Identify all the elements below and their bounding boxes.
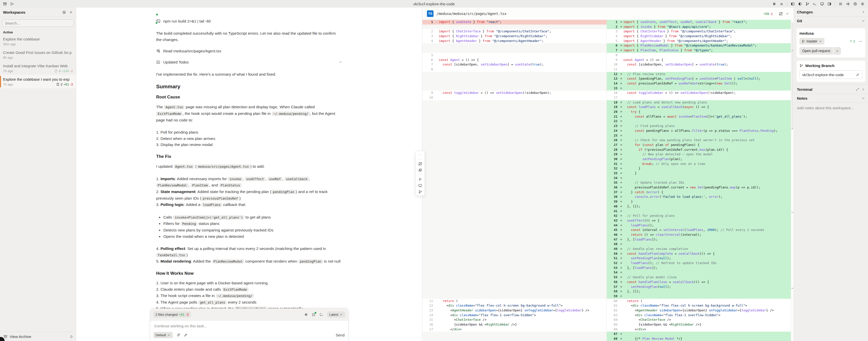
mode-dropdown[interactable]: Default xyxy=(153,332,173,338)
more-options-icon[interactable] xyxy=(859,39,862,43)
list-item: 1. Poll for pending plans xyxy=(156,129,342,135)
send-button[interactable]: Send xyxy=(336,333,344,337)
list-item: 2. State management: Added state for tra… xyxy=(156,189,342,202)
menu-icon[interactable] xyxy=(839,2,842,6)
notes-label: Notes xyxy=(797,96,808,100)
expand-icon[interactable] xyxy=(856,88,859,91)
panel-right-icon[interactable] xyxy=(828,2,831,6)
list-item: 2. Claude enters plan mode and calls Exi… xyxy=(156,286,342,293)
floating-toolbar xyxy=(415,151,425,196)
workspace-item[interactable]: Explore the codebase35m ago xyxy=(0,35,76,48)
message-input[interactable]: Continue working on this task... xyxy=(150,320,348,328)
terminal-icon[interactable] xyxy=(813,2,817,6)
commits-ahead: 1 xyxy=(849,39,855,43)
section-terminal[interactable]: Terminal xyxy=(794,85,868,94)
workspace-item[interactable]: Install and integrate Vibe Kanban Web7h … xyxy=(0,61,76,75)
pause-icon[interactable] xyxy=(772,2,776,6)
composer: 2 files changed +61 -3 Latest Continue w… xyxy=(150,308,348,341)
settings-icon[interactable] xyxy=(861,2,864,6)
diff-line: 50+ const handlePlanComplete = useCallba… xyxy=(607,251,791,256)
workspace-title: Explore the codebase I want you to exp xyxy=(3,77,73,82)
working-branch-input[interactable]: vk/3ccf-explore-the-code xyxy=(799,70,862,79)
diff-line: 15+ xyxy=(607,86,791,91)
drag-handle-icon[interactable] xyxy=(418,153,422,157)
diff-file-header: TS /medusa/medusa/src/pages/Agent.tsx +5… xyxy=(422,8,794,20)
diff-gap-row xyxy=(422,336,607,341)
workspace-item[interactable]: Explore the codebase I want you to exp7h… xyxy=(0,75,76,88)
list-item: 2. Detect when a new plan arrives xyxy=(156,135,342,142)
collapse-file-icon[interactable] xyxy=(786,12,789,16)
chevron-down-icon[interactable] xyxy=(339,60,342,64)
diff-gap-row xyxy=(422,237,607,242)
diff-gap-row xyxy=(422,185,607,190)
status-dot xyxy=(156,14,158,16)
panel-left-icon[interactable] xyxy=(791,2,795,6)
diff-line: 15 <ChatInterface /> xyxy=(422,317,607,322)
inline-code: pendingPlan xyxy=(271,190,296,194)
diff-scrollbar[interactable] xyxy=(791,20,794,341)
diff-gap-row xyxy=(422,199,607,204)
inline-code: useEffect xyxy=(245,177,265,181)
help-icon[interactable] xyxy=(853,2,857,6)
monitor-icon[interactable] xyxy=(418,184,422,187)
files-changed-chip[interactable]: 2 files changed +61 -3 xyxy=(153,311,191,318)
diff-gap-row xyxy=(422,285,607,289)
diff-line: 5 xyxy=(422,53,607,58)
burst-icon[interactable] xyxy=(304,313,308,316)
terminal-label: Terminal xyxy=(797,87,812,92)
workspace-item[interactable]: Create Good First Issues on Github So p6… xyxy=(0,48,76,61)
diff-gap-row xyxy=(422,247,607,251)
monitor-icon[interactable] xyxy=(820,2,824,6)
inline-code: Pending xyxy=(181,222,197,226)
chevron-down-icon xyxy=(862,19,865,23)
chat-scroll-area[interactable]: npm run build 2>&1 | tail -80The build c… xyxy=(76,8,422,309)
repo-card: medusa master 1 Open pull request xyxy=(796,28,866,58)
terminal-command[interactable]: npm run build 2>&1 | tail -80 xyxy=(156,19,342,23)
diff-gap-row xyxy=(422,218,607,223)
attach-icon[interactable] xyxy=(176,333,180,337)
diff-icon[interactable] xyxy=(418,162,422,166)
play-icon[interactable] xyxy=(418,177,422,181)
assistant-paragraph: I've implemented the fix. Here's a summa… xyxy=(156,71,342,78)
diff-gap-row xyxy=(422,114,607,119)
file-icon xyxy=(56,83,59,86)
diff-line: 4import { AgentHeader } from "@/componen… xyxy=(422,39,607,43)
diff-line: 10 xyxy=(422,95,607,100)
diff-line: 14+ const previousPlanIdsRef = useRef<Se… xyxy=(607,81,791,86)
annotate-icon[interactable] xyxy=(184,333,188,337)
updated-todos[interactable]: Updated Todos xyxy=(156,60,342,64)
collapse-all-icon[interactable] xyxy=(780,2,783,6)
theme-icon[interactable] xyxy=(798,2,802,6)
diff-gap-row xyxy=(422,76,607,81)
diff-line: 57+ setPendingPlan(null); xyxy=(607,285,791,289)
copy-icon[interactable] xyxy=(418,168,422,172)
latest-dropdown[interactable]: Latest xyxy=(327,311,345,318)
inline-code: pendingPlan xyxy=(298,259,323,264)
search-input[interactable] xyxy=(2,20,74,27)
section-changes[interactable]: Changes xyxy=(794,8,868,17)
git-branch-icon[interactable] xyxy=(805,2,809,6)
new-workspace-icon[interactable] xyxy=(69,10,73,14)
diff-line: 58+ }, []); xyxy=(607,289,791,294)
section-notes[interactable]: Notes xyxy=(794,94,868,103)
tool-label: Read medusa/src/pages/Agent.tsx xyxy=(163,49,221,53)
workspace-stats: 4 +134 -2 xyxy=(54,69,73,73)
todos-status-icon[interactable] xyxy=(312,313,316,316)
branch-dropdown[interactable]: master xyxy=(799,38,825,44)
diff-line: 32+ } xyxy=(607,166,791,171)
pr-options-button[interactable] xyxy=(834,47,841,55)
view-archive-button[interactable]: View Archive 0 xyxy=(0,332,76,341)
layers-icon[interactable] xyxy=(62,10,66,14)
open-pull-request-button[interactable]: Open pull request xyxy=(799,47,833,55)
megaphone-icon[interactable] xyxy=(846,2,850,6)
notes-placeholder[interactable]: Add notes about this workspace... xyxy=(794,103,868,113)
diff-line: 2+import { invoke } from "@tauri-apps/ap… xyxy=(607,25,791,29)
edit-branch-icon[interactable] xyxy=(856,73,860,76)
diff-view-icon[interactable] xyxy=(779,12,783,16)
view-archive-label: View Archive xyxy=(10,334,31,339)
inline-code: Agent.tsx xyxy=(174,164,194,169)
read-file[interactable]: Read medusa/src/pages/Agent.tsx xyxy=(156,49,342,53)
git-branch-icon[interactable] xyxy=(418,190,422,194)
section-git[interactable]: Git xyxy=(794,17,868,25)
chevron-down-icon xyxy=(340,313,343,316)
